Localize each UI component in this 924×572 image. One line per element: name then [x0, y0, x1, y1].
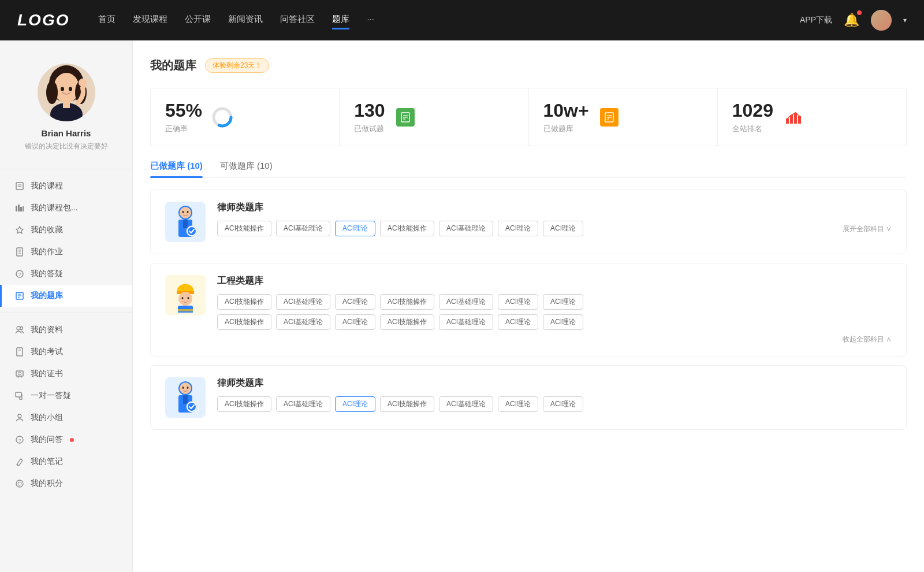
sidebar-item-coursepack[interactable]: 我的课程包...	[0, 197, 132, 219]
avatar-image	[871, 10, 892, 31]
tag-eng-3[interactable]: ACI技能操作	[380, 294, 434, 310]
tag-eng2-6[interactable]: ACI理论	[543, 314, 583, 330]
myqa-icon: ?	[14, 269, 25, 279]
myexam-icon	[14, 347, 25, 357]
bank-card-lawyer-1: 律师类题库 ACI技能操作 ACI基础理论 ACI理论 ACI技能操作 ACI基…	[150, 190, 907, 254]
nav-link-qa[interactable]: 问答社区	[280, 11, 315, 29]
sidebar-item-mycourse[interactable]: 我的课程	[0, 175, 132, 197]
sidebar-divider-mid	[0, 313, 132, 313]
profile-avatar	[38, 64, 95, 121]
tag-eng-2[interactable]: ACI理论	[335, 294, 375, 310]
sidebar-item-myqa[interactable]: ? 我的答疑	[0, 263, 132, 285]
app-download-button[interactable]: APP下载	[800, 15, 832, 25]
main-layout: Brian Harris 错误的决定比没有决定要好 我的课程 我的课程包...	[0, 40, 924, 572]
tag-lawyer2-0[interactable]: ACI技能操作	[217, 396, 271, 412]
mycert-label: 我的证书	[31, 369, 63, 379]
question-notification-dot	[70, 438, 74, 442]
tag-lawyer1-4[interactable]: ACI基础理论	[439, 221, 493, 236]
tag-lawyer1-0[interactable]: ACI技能操作	[217, 221, 271, 236]
svg-point-76	[180, 382, 191, 394]
stat-questions-text: 130 已做试题	[354, 100, 385, 134]
tag-eng2-0[interactable]: ACI技能操作	[217, 314, 271, 330]
stat-questions-label: 已做试题	[354, 124, 385, 134]
sidebar-item-favorites[interactable]: 我的收藏	[0, 219, 132, 241]
nav-link-opencourse[interactable]: 公开课	[185, 11, 211, 29]
sidebar-item-mygroup[interactable]: 我的小组	[0, 407, 132, 429]
nav-right: APP下载 🔔 ▾	[800, 10, 907, 31]
engineer-svg	[170, 278, 202, 313]
bank-card-lawyer-1-header: 律师类题库 ACI技能操作 ACI基础理论 ACI理论 ACI技能操作 ACI基…	[165, 202, 892, 242]
tutoring-label: 一对一答疑	[31, 391, 71, 401]
tag-eng2-2[interactable]: ACI理论	[335, 314, 375, 330]
tag-lawyer1-6[interactable]: ACI理论	[543, 221, 583, 236]
coursepack-icon	[14, 203, 25, 213]
tag-lawyer1-5[interactable]: ACI理论	[498, 221, 538, 236]
tag-lawyer2-5[interactable]: ACI理论	[498, 396, 538, 412]
nav-link-news[interactable]: 新闻资讯	[228, 11, 263, 29]
user-menu-chevron[interactable]: ▾	[903, 16, 907, 24]
sidebar-item-questionbank[interactable]: 我的题库	[0, 285, 132, 307]
bell-badge	[857, 10, 862, 15]
stat-banks-text: 10w+ 已做题库	[543, 100, 589, 134]
stat-banks-done: 10w+ 已做题库	[529, 88, 718, 146]
bank-card-lawyer-1-title: 律师类题库	[217, 202, 892, 214]
nav-link-discover[interactable]: 发现课程	[133, 11, 167, 29]
tab-available-banks[interactable]: 可做题库 (10)	[220, 161, 273, 177]
tag-lawyer2-6[interactable]: ACI理论	[543, 396, 583, 412]
nav-logo[interactable]: LOGO	[17, 11, 69, 29]
tab-row: 已做题库 (10) 可做题库 (10)	[150, 161, 907, 178]
svg-rect-13	[16, 206, 17, 211]
sidebar-item-myquestions[interactable]: ? 我的问答	[0, 429, 132, 451]
tag-eng2-5[interactable]: ACI理论	[498, 314, 538, 330]
svg-rect-10	[16, 183, 23, 190]
sidebar-item-mynotes[interactable]: 我的笔记	[0, 451, 132, 473]
tag-eng2-4[interactable]: ACI基础理论	[439, 314, 493, 330]
svg-rect-59	[183, 220, 188, 228]
tag-eng-4[interactable]: ACI基础理论	[439, 294, 493, 310]
notification-bell[interactable]: 🔔	[844, 13, 859, 28]
tag-lawyer2-3[interactable]: ACI技能操作	[380, 396, 434, 412]
tag-eng-0[interactable]: ACI技能操作	[217, 294, 271, 310]
nav-link-home[interactable]: 首页	[98, 11, 116, 29]
sidebar-item-mycert[interactable]: 我的证书	[0, 363, 132, 385]
svg-rect-30	[17, 348, 23, 356]
stat-questions-number: 130	[354, 100, 385, 121]
svg-point-77	[182, 387, 184, 389]
mypoints-label: 我的积分	[31, 478, 63, 489]
lawyer-svg-2	[170, 380, 202, 415]
bank-card-engineer-title: 工程类题库	[217, 275, 892, 287]
questionbank-icon	[14, 291, 25, 301]
tag-lawyer2-4[interactable]: ACI基础理论	[439, 396, 493, 412]
tag-lawyer2-2[interactable]: ACI理论	[335, 396, 375, 412]
tag-eng-5[interactable]: ACI理论	[498, 294, 538, 310]
tag-lawyer1-2[interactable]: ACI理论	[335, 221, 375, 236]
stat-banks-label: 已做题库	[543, 124, 589, 134]
nav-link-questionbank[interactable]: 题库	[332, 11, 349, 29]
sidebar-item-tutoring[interactable]: 一对一答疑	[0, 385, 132, 407]
svg-rect-15	[20, 207, 22, 211]
expand-link-lawyer1[interactable]: 展开全部科目 ∨	[843, 223, 892, 234]
svg-text:?: ?	[18, 438, 21, 443]
svg-rect-36	[16, 392, 21, 397]
svg-rect-55	[794, 113, 797, 124]
tag-lawyer2-1[interactable]: ACI基础理论	[276, 396, 330, 412]
avatar-svg	[38, 64, 95, 121]
nav-link-more[interactable]: ···	[367, 11, 374, 29]
main-content: 我的题库 体验剩余23天！ 55% 正确率	[133, 40, 924, 572]
sidebar-item-myexam[interactable]: 我的考试	[0, 341, 132, 363]
tag-eng2-3[interactable]: ACI技能操作	[380, 314, 434, 330]
tag-lawyer1-3[interactable]: ACI技能操作	[380, 221, 434, 236]
sidebar-item-mydata[interactable]: 我的资料	[0, 319, 132, 341]
tag-eng-1[interactable]: ACI基础理论	[276, 294, 330, 310]
sidebar-item-homework[interactable]: 我的作业	[0, 241, 132, 263]
user-avatar[interactable]	[871, 10, 892, 31]
stat-accuracy-label: 正确率	[165, 124, 202, 134]
tag-eng-6[interactable]: ACI理论	[543, 294, 583, 310]
tab-done-banks[interactable]: 已做题库 (10)	[150, 161, 203, 177]
tag-lawyer1-1[interactable]: ACI基础理论	[276, 221, 330, 236]
svg-rect-53	[786, 118, 789, 124]
sidebar-item-mypoints[interactable]: 我的积分	[0, 473, 132, 495]
bank-card-engineer-header: 工程类题库 ACI技能操作 ACI基础理论 ACI理论 ACI技能操作 ACI基…	[165, 275, 892, 344]
tag-eng2-1[interactable]: ACI基础理论	[276, 314, 330, 330]
collapse-link-engineer[interactable]: 收起全部科目 ∧	[217, 335, 892, 344]
